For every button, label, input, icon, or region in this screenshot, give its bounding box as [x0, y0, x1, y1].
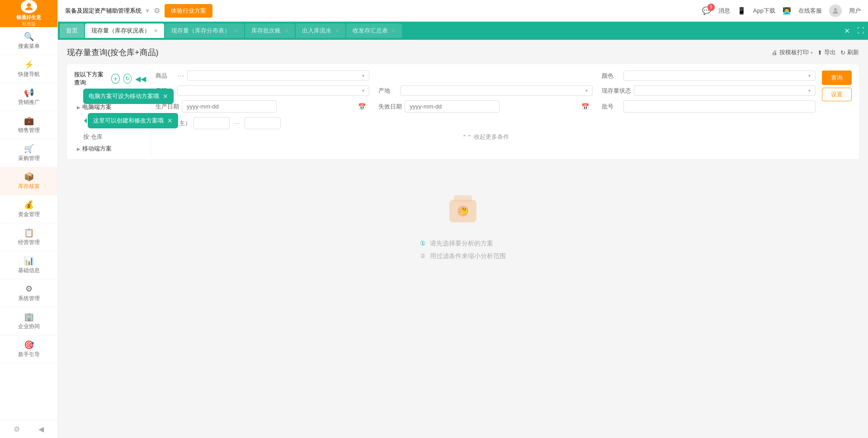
filter-cell-product: 商品 ⋯ ▾ — [156, 71, 369, 81]
create-tooltip: 这里可以创建和修改方案哦 ✕ — [88, 113, 178, 128]
tab-close-all-icon[interactable]: ✕ — [842, 25, 852, 37]
scheme-mobile-label: 移动端方案 — [82, 145, 112, 153]
sidebar-item-assets[interactable]: 💰 资金管理 — [0, 195, 57, 223]
operations-icon: 📋 — [24, 229, 34, 237]
industry-btn[interactable]: 体验行业方案 — [165, 4, 212, 18]
export-icon: ⬆ — [817, 49, 822, 56]
produce-date-input[interactable] — [182, 100, 277, 113]
settings-icon[interactable]: ⚙ — [14, 425, 20, 433]
page-content: 现存量查询(按仓库+商品) 🖨 按模板打印 ▾ ⬆ 导出 ↻ 刷新 — [58, 40, 868, 438]
expire-date-input[interactable] — [405, 100, 500, 113]
tab-inventory-status-close[interactable]: ✕ — [154, 28, 158, 34]
sidebar-label-quicknav: 快捷导航 — [18, 71, 40, 78]
sidebar-bottom: ⚙ ◀ — [0, 420, 57, 438]
stock-main-to-input[interactable] — [245, 117, 281, 129]
tab-home-label: 首页 — [66, 27, 78, 35]
query-btn[interactable]: 查询 — [822, 71, 852, 85]
sidebar-item-marketing[interactable]: 📢 营销推广 — [0, 83, 57, 111]
user-label[interactable]: 用户 — [849, 7, 861, 15]
stock-main-from-input[interactable] — [193, 117, 230, 129]
tab-inventory-status[interactable]: 现存量（库存状况表） ✕ — [85, 24, 164, 38]
support-label[interactable]: 在线客服 — [798, 7, 822, 15]
add-scheme-btn[interactable]: + — [111, 74, 119, 84]
tab-inventory-dist-close[interactable]: ✕ — [234, 28, 238, 34]
empty-state: 🤔 ① 请先选择要分析的方案 ② 用过滤条件来缩小分析范围 — [67, 159, 859, 289]
stock-status-label: 现存量状态 — [602, 87, 631, 95]
app-download-label[interactable]: App下载 — [753, 7, 775, 15]
empty-step-1: ① 请先选择要分析的方案 — [420, 237, 506, 250]
collapse-label: 收起更多条件 — [474, 133, 509, 141]
svg-text:🤔: 🤔 — [460, 207, 468, 215]
tab-receive-send[interactable]: 收发存汇总表 ✕ — [346, 24, 402, 38]
scheme-warehouse-node[interactable]: 按 仓库 — [74, 131, 146, 143]
expire-date-wrap: 📅 — [405, 100, 592, 113]
tab-batch-close[interactable]: ✕ — [284, 28, 288, 34]
tab-inventory-dist-label: 现存量（库存分布表） — [171, 27, 230, 35]
collapse-sidebar-icon[interactable]: ◀ — [38, 425, 44, 433]
topbar-dropdown-icon[interactable]: ▾ — [146, 7, 149, 14]
tab-inout[interactable]: 出入库流水 ✕ — [296, 24, 345, 38]
guide-icon: 🎯 — [24, 341, 34, 349]
topbar-right: 💬 9 消息 📱 App下载 👨‍💻 在线客服 用户 — [702, 5, 861, 17]
filter-cell-size: 尺码 ▾ — [156, 85, 369, 96]
tab-inventory-status-label: 现存量（库存状况表） — [91, 27, 150, 35]
sidebar-item-sales[interactable]: 💼 销售管理 — [0, 111, 57, 139]
tab-inventory-dist[interactable]: 现存量（库存分布表） ✕ — [165, 24, 244, 38]
logo-icon — [21, 0, 37, 13]
origin-select[interactable]: ▾ — [400, 85, 592, 96]
msg-wrap[interactable]: 💬 9 — [702, 6, 711, 15]
sidebar-label-sales: 销售管理 — [18, 127, 40, 134]
sidebar-item-quicknav[interactable]: ⚡ 快捷导航 — [0, 55, 57, 83]
filter-cell-expire-date: 失效日期 📅 — [378, 100, 592, 113]
filter-inputs: 商品 ⋯ ▾ 颜色 — [156, 71, 816, 155]
tab-inout-close[interactable]: ✕ — [335, 28, 339, 34]
batch-input[interactable] — [623, 100, 816, 113]
tab-batch[interactable]: 库存批次账 ✕ — [245, 24, 295, 38]
expire-date-label: 失效日期 — [378, 103, 402, 111]
user-avatar[interactable] — [829, 5, 842, 17]
scheme-tooltip-close[interactable]: ✕ — [163, 93, 168, 100]
sidebar-item-purchase[interactable]: 🛒 采购管理 — [0, 139, 57, 167]
collapse-btn[interactable]: ⌃⌃ 收起更多条件 — [156, 129, 816, 143]
scheme-mobile-caret: ▶ — [77, 146, 80, 151]
color-select[interactable]: ▾ — [623, 71, 816, 81]
refresh-label: 刷新 — [847, 48, 859, 57]
filter-cell-stock-main: 现存量（主） — — [156, 117, 369, 129]
tab-home[interactable]: 首页 — [60, 24, 84, 38]
expire-date-icon: 📅 — [581, 103, 589, 110]
sidebar-item-system[interactable]: ⚙ 系统管理 — [0, 279, 57, 307]
back-scheme-btn[interactable]: ◀◀ — [135, 75, 146, 83]
filter-header-label: 按以下方案查询 — [74, 71, 108, 87]
stock-status-select[interactable]: ▾ — [634, 85, 816, 96]
size-select[interactable]: ▾ — [177, 85, 369, 96]
sidebar-item-operations[interactable]: 📋 经营管理 — [0, 223, 57, 251]
filter-cell-stock-status: 现存量状态 ▾ — [602, 85, 816, 96]
tab-receive-send-close[interactable]: ✕ — [392, 28, 396, 34]
scheme-mobile-node[interactable]: ▶ 移动端方案 — [74, 143, 146, 155]
set-btn[interactable]: 设置 — [822, 88, 852, 101]
product-select[interactable]: ▾ — [187, 71, 369, 81]
svg-point-1 — [834, 8, 837, 11]
topbar-settings-icon[interactable]: ⚙ — [154, 6, 160, 15]
scheme-desktop-caret: ▶ — [77, 105, 80, 110]
msg-label: 消息 — [718, 7, 730, 15]
sidebar-item-basic[interactable]: 📊 基础信息 — [0, 251, 57, 279]
msg-badge: 9 — [708, 4, 715, 11]
origin-label: 产地 — [378, 87, 397, 95]
inventory-icon: 📦 — [24, 173, 34, 181]
refresh-scheme-btn[interactable]: ↻ — [123, 74, 132, 84]
system-name: 装备及固定资产辅助管理系统 — [65, 7, 142, 15]
sidebar-item-enterprise[interactable]: 🏢 企业协同 — [0, 307, 57, 335]
sidebar-item-search[interactable]: 🔍 搜索菜单 — [0, 27, 57, 55]
refresh-btn[interactable]: ↻ 刷新 — [840, 48, 859, 57]
tab-expand-icon[interactable]: ⛶ — [855, 25, 866, 37]
export-btn[interactable]: ⬆ 导出 — [817, 48, 836, 57]
sidebar-item-inventory[interactable]: 📦 库存核算 — [0, 167, 57, 195]
sidebar-item-guide[interactable]: 🎯 新手引导 — [0, 335, 57, 363]
create-tooltip-close[interactable]: ✕ — [167, 117, 173, 124]
svg-rect-3 — [454, 195, 472, 202]
sidebar-label-assets: 资金管理 — [18, 211, 40, 218]
quicknav-icon: ⚡ — [24, 61, 34, 69]
print-btn[interactable]: 🖨 按模板打印 ▾ — [772, 48, 813, 57]
product-dots[interactable]: ⋯ — [177, 71, 184, 80]
